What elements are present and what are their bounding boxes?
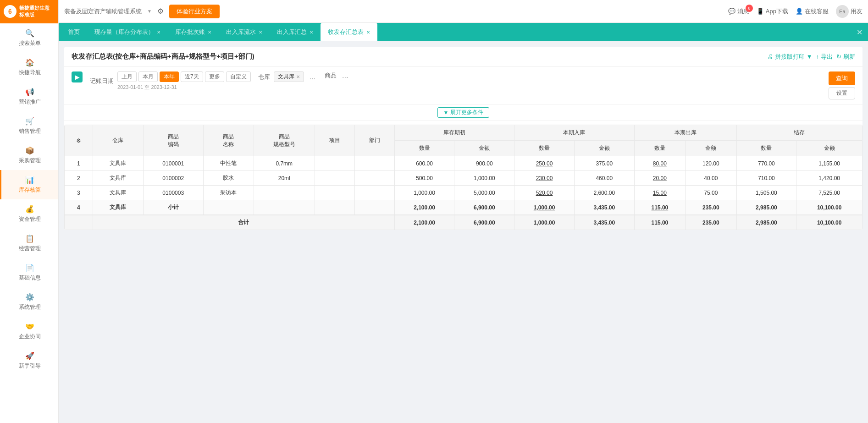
tab-close-batch[interactable]: ✕ [208, 30, 211, 35]
th-out: 本期出库 [634, 125, 736, 141]
tab-recv-send[interactable]: 收发存汇总表 ✕ [321, 23, 377, 41]
th-in: 本期入库 [514, 125, 635, 141]
tab-close-inout-flow[interactable]: ✕ [259, 30, 262, 35]
filter-expand-btn[interactable]: ▶ [72, 71, 83, 82]
date-btn-last-month[interactable]: 上月 [117, 71, 137, 82]
refresh-btn[interactable]: ↻ 刷新 [836, 53, 855, 61]
sidebar-item-enterprise[interactable]: 🤝 企业协同 [0, 317, 58, 346]
tab-close-recv-send[interactable]: ✕ [366, 30, 370, 35]
row3-bal-qty: 1,505.00 [736, 186, 796, 200]
subtotal-open-qty: 2,100.00 [394, 200, 454, 215]
tab-inventory-dist[interactable]: 现存量（库存分布表） ✕ [87, 23, 168, 41]
print-btn[interactable]: 🖨 拼接版打印 ▼ [767, 53, 813, 61]
subtotal-out-qty[interactable]: 115.00 [634, 200, 685, 215]
row1-in-qty[interactable]: 250.00 [514, 156, 575, 171]
row2-out-qty[interactable]: 20.00 [634, 171, 685, 186]
finance-icon: 💰 [25, 205, 34, 214]
expand-conditions-btn[interactable]: ▼ 展开更多条件 [437, 107, 490, 118]
sidebar-item-search[interactable]: 🔍 搜索菜单 [0, 23, 58, 53]
date-btn-custom[interactable]: 自定义 [226, 71, 251, 82]
row1-spec: 0.7mm [254, 156, 315, 171]
data-table-container: ⚙ 仓库 商品编码 商品名称 商品规格型号 项目 部门 库存期初 本期入库 本期… [64, 125, 862, 230]
system-dropdown[interactable]: ▼ [147, 9, 152, 14]
th-warehouse: 仓库 [93, 125, 143, 156]
date-btn-this-month[interactable]: 本月 [138, 71, 158, 82]
row2-in-amt: 460.00 [574, 171, 634, 186]
row3-out-qty[interactable]: 15.00 [634, 186, 685, 200]
warehouse-ellipsis[interactable]: ... [308, 73, 317, 81]
query-btn[interactable]: 查询 [829, 71, 855, 85]
subtotal-in-qty[interactable]: 1,000.00 [514, 200, 575, 215]
sidebar-item-finance[interactable]: 💰 资金管理 [0, 199, 58, 229]
sidebar-item-guide[interactable]: 🚀 新手引导 [0, 346, 58, 375]
filter-date-section: 上月 本月 本年 近7天 更多 自定义 2023-01-01 至 2023-12… [117, 71, 251, 91]
row2-open-qty: 500.00 [394, 171, 454, 186]
footer-col1 [65, 215, 93, 230]
date-btn-more[interactable]: 更多 [205, 71, 224, 82]
tab-close-inout-summary[interactable]: ✕ [310, 30, 313, 35]
export-btn[interactable]: ↑ 导出 [816, 53, 833, 61]
tab-bar-close-icon[interactable]: ✕ [853, 28, 866, 37]
footer-open-qty: 2,100.00 [394, 215, 454, 230]
sidebar-item-operations[interactable]: 📋 经营管理 [0, 229, 58, 258]
export-icon: ↑ [816, 53, 819, 60]
print-dropdown-icon: ▼ [807, 53, 813, 60]
row3-num: 3 [65, 186, 93, 200]
sales-icon: 🛒 [25, 117, 34, 126]
tab-inout-summary[interactable]: 出入库汇总 ✕ [270, 23, 321, 41]
row3-open-qty: 1,000.00 [394, 186, 454, 200]
tab-close-inventory-dist[interactable]: ✕ [157, 30, 160, 35]
settings-icon[interactable]: ⚙ [157, 7, 164, 16]
row1-bal-amt: 1,155.00 [796, 156, 862, 171]
sidebar-item-basic[interactable]: 📄 基础信息 [0, 258, 58, 287]
page-title: 收发存汇总表(按仓库+商品编码+商品+规格型号+项目+部门) [72, 52, 254, 61]
row2-in-qty[interactable]: 230.00 [514, 171, 575, 186]
filter-row: ▶ 记账日期 上月 本月 本年 近7天 更多 自定义 2023-01-01 至 … [64, 67, 862, 104]
topbar-right: 💬 6 消息 📱 App下载 👤 在线客服 Ea 用友 [728, 5, 862, 18]
header-row-1: ⚙ 仓库 商品编码 商品名称 商品规格型号 项目 部门 库存期初 本期入库 本期… [65, 125, 862, 141]
notification-item[interactable]: 💬 6 消息 [728, 7, 749, 16]
row1-out-qty[interactable]: 80.00 [634, 156, 685, 171]
th-project: 项目 [315, 125, 354, 156]
warehouse-tag-close[interactable]: ✕ [296, 74, 300, 79]
online-service-item[interactable]: 👤 在线客服 [796, 7, 829, 16]
row1-open-qty: 600.00 [394, 156, 454, 171]
sidebar: 6 畅捷通好生意 标准版 🔍 搜索菜单 🏠 快捷导航 📢 营销推广 🛒 销售管理… [0, 0, 59, 423]
table-body: 1 文具库 0100001 中性笔 0.7mm 600.00 900.00 25… [65, 156, 862, 215]
th-settings[interactable]: ⚙ [65, 125, 93, 156]
date-range-btns: 上月 本月 本年 近7天 更多 自定义 [117, 71, 251, 82]
experience-btn[interactable]: 体验行业方案 [169, 5, 220, 18]
home-icon: 🏠 [25, 58, 34, 67]
th-code: 商品编码 [143, 125, 203, 156]
th-open-amt: 金额 [454, 141, 514, 156]
date-btn-7days[interactable]: 近7天 [181, 71, 203, 82]
sidebar-item-quicknav[interactable]: 🏠 快捷导航 [0, 53, 58, 82]
system-title: 装备及固定资产辅助管理系统 [64, 7, 142, 16]
row2-num: 2 [65, 171, 93, 186]
dropdown-arrow-icon: ▼ [147, 9, 152, 14]
sidebar-item-inventory[interactable]: 📊 库存核算 [0, 170, 58, 199]
notification-badge: 6 [746, 5, 753, 12]
sidebar-item-sales[interactable]: 🛒 销售管理 [0, 111, 58, 141]
tab-batch[interactable]: 库存批次账 ✕ [168, 23, 219, 41]
app-download-item[interactable]: 📱 App下载 [757, 7, 788, 16]
tab-inout-flow[interactable]: 出入库流水 ✕ [219, 23, 270, 41]
user-item[interactable]: Ea 用友 [836, 5, 862, 18]
page-content: 收发存汇总表(按仓库+商品编码+商品+规格型号+项目+部门) 🖨 拼接版打印 ▼… [59, 41, 868, 423]
sidebar-item-purchase[interactable]: 📦 采购管理 [0, 141, 58, 170]
date-range-text: 2023-01-01 至 2023-12-31 [117, 84, 251, 91]
sidebar-item-marketing[interactable]: 📢 营销推广 [0, 82, 58, 111]
topbar: 装备及固定资产辅助管理系统 ▼ ⚙ 体验行业方案 💬 6 消息 📱 App下载 … [59, 0, 868, 23]
table-footer: 合计 2,100.00 6,900.00 1,000.00 3,435.00 1… [65, 215, 862, 230]
operations-icon: 📋 [25, 234, 34, 243]
row1-name: 中性笔 [203, 156, 254, 171]
sidebar-item-system[interactable]: ⚙️ 系统管理 [0, 287, 58, 317]
date-btn-this-year[interactable]: 本年 [160, 71, 179, 82]
goods-ellipsis[interactable]: ... [340, 71, 350, 80]
filter-settings-btn[interactable]: 设置 [829, 87, 855, 99]
row3-name: 采访本 [203, 186, 254, 200]
expand-bar: ▼ 展开更多条件 [64, 104, 862, 121]
subtotal-col5 [254, 200, 315, 215]
tab-home[interactable]: 首页 [61, 23, 87, 41]
row3-in-qty[interactable]: 520.00 [514, 186, 575, 200]
